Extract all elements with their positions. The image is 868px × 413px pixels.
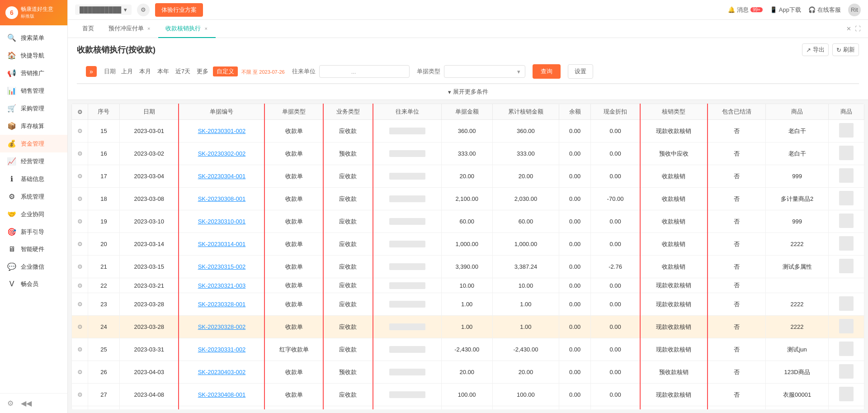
last-month-btn[interactable]: 上月: [119, 66, 135, 76]
voucher-no-link[interactable]: SK-20230328-002: [198, 323, 246, 330]
row-settings[interactable]: ⚙: [72, 256, 88, 278]
voucher-no-link[interactable]: SK-20230408-001: [198, 391, 246, 398]
voucher-type-select[interactable]: ▾: [444, 65, 525, 78]
voucher-no-link[interactable]: SK-20230403-002: [198, 369, 246, 375]
table-row[interactable]: ⚙ 16 2023-03-02 SK-20230302-002 收款单 预收款 …: [72, 142, 864, 165]
col-settings-header[interactable]: ⚙: [72, 104, 88, 120]
more-dates-btn[interactable]: 更多: [195, 66, 210, 76]
sidebar-item-quicknav[interactable]: 🏠 快捷导航: [0, 47, 67, 64]
settings-footer-icon[interactable]: ⚙: [7, 399, 14, 408]
row-settings[interactable]: ⚙: [72, 142, 88, 165]
partner-select[interactable]: ...: [319, 65, 410, 78]
row-writeoff-amount: -2,430.00: [492, 338, 559, 361]
expand-conditions-btn[interactable]: ▾ 展开更多条件: [444, 86, 492, 98]
top-header-right: 🔔 消息 99+ 📱 App下载 🎧 在线客服 Rit: [728, 4, 861, 16]
row-settings[interactable]: ⚙: [72, 384, 88, 406]
tab-home[interactable]: 首页: [75, 20, 101, 38]
table-row[interactable]: ⚙ 27 2023-04-08 SK-20230408-001 收款单 应收款 …: [72, 384, 864, 406]
row-settings[interactable]: ⚙: [72, 278, 88, 293]
voucher-no-link[interactable]: SK-20230310-001: [198, 218, 246, 225]
table-row[interactable]: ⚙ 17 2023-03-04 SK-20230304-001 收款单 应收款 …: [72, 165, 864, 188]
table-row[interactable]: ⚙ 19 2023-03-10 SK-20230310-001 收款单 应收款 …: [72, 210, 864, 233]
row-partner: [373, 278, 441, 293]
custom-date-btn[interactable]: 自定义: [213, 66, 238, 76]
tab-bar: 首页 预付冲应付单 × 收款核销执行 × ✕ ⛶: [68, 20, 868, 38]
voucher-no-link[interactable]: SK-20230321-003: [198, 282, 246, 289]
row-settings[interactable]: ⚙: [72, 233, 88, 256]
industry-solution-btn[interactable]: 体验行业方案: [155, 3, 203, 17]
close-tab-icon[interactable]: ✕: [846, 25, 851, 32]
sidebar-item-basic[interactable]: ℹ 基础信息: [0, 170, 67, 188]
table-row[interactable]: ⚙ 28 2023-04-18 SK-20230418-001 收款单 应收款 …: [72, 406, 864, 410]
row-settings[interactable]: ⚙: [72, 188, 88, 210]
sidebar-item-inventory[interactable]: 📦 库存核算: [0, 117, 67, 135]
row-amount: -2,430.00: [441, 338, 492, 361]
table-row[interactable]: ⚙ 18 2023-03-08 SK-20230308-001 收款单 应收款 …: [72, 188, 864, 210]
table-row[interactable]: ⚙ 20 2023-03-14 SK-20230314-001 收款单 应收款 …: [72, 233, 864, 256]
voucher-no-link[interactable]: SK-20230315-002: [198, 263, 246, 270]
sidebar-item-member[interactable]: V 畅会员: [0, 275, 67, 293]
table-row[interactable]: ⚙ 23 2023-03-28 SK-20230328-001 收款单 应收款 …: [72, 293, 864, 316]
table-row[interactable]: ⚙ 15 2023-03-01 SK-20230301-002 收款单 应收款 …: [72, 120, 864, 142]
filter-toggle-btn[interactable]: »: [86, 66, 97, 77]
expand-tab-icon[interactable]: ⛶: [855, 25, 861, 32]
tab-receivable[interactable]: 预付冲应付单 ×: [101, 20, 158, 38]
sidebar-item-wechat[interactable]: 💬 企业微信: [0, 258, 67, 275]
company-selector[interactable]: ██████████ ▾: [75, 5, 132, 15]
online-service-btn[interactable]: 🎧 在线客服: [808, 6, 841, 14]
last-7-days-btn[interactable]: 近7天: [174, 66, 192, 76]
col-writeoff-amount-header: 累计核销金额: [492, 104, 559, 120]
refresh-btn[interactable]: ↻ 刷新: [832, 43, 859, 56]
voucher-type-filter-group: 单据类型 ▾: [417, 65, 525, 78]
voucher-no-link[interactable]: SK-20230331-002: [198, 346, 246, 353]
export-btn[interactable]: ↗ 导出: [802, 43, 829, 56]
sidebar-item-system[interactable]: ⚙ 系统管理: [0, 188, 67, 205]
tab-receivable-close[interactable]: ×: [146, 26, 151, 31]
row-biz-type: 应收款: [323, 406, 373, 410]
sidebar-item-sales[interactable]: 📊 销售管理: [0, 82, 67, 100]
voucher-no-link[interactable]: SK-20230314-001: [198, 241, 246, 247]
table-row[interactable]: ⚙ 22 2023-03-21 SK-20230321-003 收款单 应收款 …: [72, 278, 864, 293]
row-voucher-type: 收款单: [264, 142, 323, 165]
row-settings[interactable]: ⚙: [72, 293, 88, 316]
tab-receivable-label: 预付冲应付单: [108, 24, 144, 33]
row-no: 18: [88, 188, 120, 210]
table-row[interactable]: ⚙ 26 2023-04-03 SK-20230403-002 收款单 预收款 …: [72, 361, 864, 384]
row-writeoff-amount: 20.00: [492, 361, 559, 384]
row-settings[interactable]: ⚙: [72, 406, 88, 410]
table-row[interactable]: ⚙ 21 2023-03-15 SK-20230315-002 收款单 应收款 …: [72, 256, 864, 278]
voucher-no-link[interactable]: SK-20230328-001: [198, 301, 246, 308]
this-month-btn[interactable]: 本月: [137, 66, 153, 76]
voucher-no-link[interactable]: SK-20230308-001: [198, 195, 246, 202]
sidebar-item-operations[interactable]: 📈 经营管理: [0, 152, 67, 170]
tab-writeoff[interactable]: 收款核销执行 ×: [158, 20, 215, 38]
row-include-settled: 否: [708, 142, 766, 165]
sidebar-item-purchase[interactable]: 🛒 采购管理: [0, 100, 67, 117]
query-btn[interactable]: 查询: [533, 64, 561, 79]
table-row[interactable]: ⚙ 25 2023-03-31 SK-20230331-002 红字收款单 应收…: [72, 338, 864, 361]
sidebar-item-guide[interactable]: 🎯 新手引导: [0, 223, 67, 241]
message-btn[interactable]: 🔔 消息 99+: [728, 6, 763, 14]
voucher-no-link[interactable]: SK-20230304-001: [198, 173, 246, 180]
row-settings[interactable]: ⚙: [72, 165, 88, 188]
table-row[interactable]: ⚙ 24 2023-03-28 SK-20230328-002 收款单 应收款 …: [72, 316, 864, 338]
row-settings[interactable]: ⚙: [72, 210, 88, 233]
this-year-btn[interactable]: 本年: [156, 66, 171, 76]
sidebar-item-marketing[interactable]: 📢 营销推广: [0, 64, 67, 82]
sidebar-item-hardware[interactable]: 🖥 智能硬件: [0, 241, 67, 258]
row-settings[interactable]: ⚙: [72, 338, 88, 361]
sidebar-item-enterprise[interactable]: 🤝 企业协同: [0, 205, 67, 223]
collapse-icon[interactable]: ◀◀: [21, 399, 32, 408]
sidebar-item-search[interactable]: 🔍 搜索菜单: [0, 29, 67, 47]
sidebar-item-capital[interactable]: 💰 资金管理: [0, 135, 67, 152]
tab-writeoff-close[interactable]: ×: [203, 26, 208, 31]
voucher-no-link[interactable]: SK-20230301-002: [198, 128, 246, 134]
user-avatar[interactable]: Rit: [848, 4, 861, 16]
row-settings[interactable]: ⚙: [72, 120, 88, 142]
header-settings-btn[interactable]: ⚙: [137, 4, 150, 16]
app-download-btn[interactable]: 📱 App下载: [770, 6, 801, 14]
voucher-no-link[interactable]: SK-20230302-002: [198, 150, 246, 157]
row-settings[interactable]: ⚙: [72, 361, 88, 384]
row-settings[interactable]: ⚙: [72, 316, 88, 338]
table-settings-btn[interactable]: 设置: [568, 64, 593, 79]
